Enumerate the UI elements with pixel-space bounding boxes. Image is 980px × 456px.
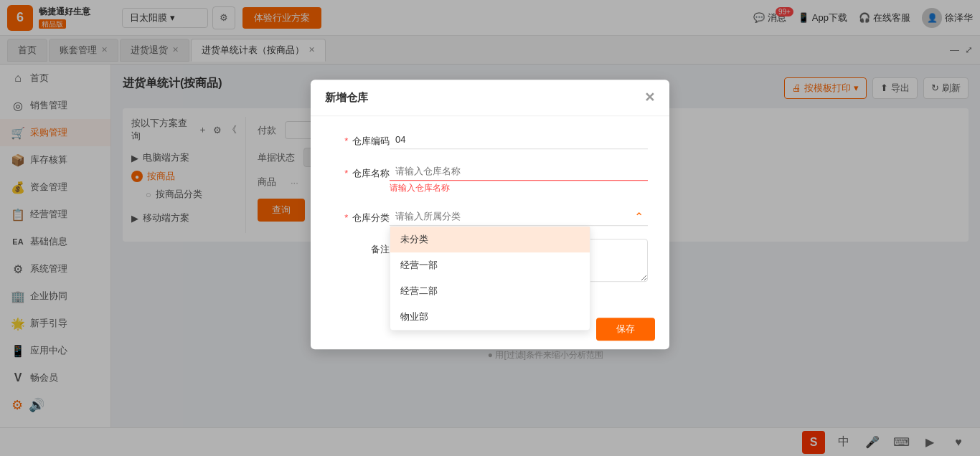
new-warehouse-modal: 新增仓库 ✕ * 仓库编码 * 仓库名称 请输入仓库名称 [311,80,669,349]
save-button[interactable]: 保存 [596,318,655,341]
category-label: * 仓库分类 [332,207,390,224]
dropdown-option-1[interactable]: 经营一部 [390,252,590,278]
category-dropdown-list: 未分类 经营一部 经营二部 物业部 [390,226,590,331]
category-label-text: 仓库分类 [352,212,390,223]
code-label: * 仓库编码 [332,130,390,148]
dropdown-option-3[interactable]: 物业部 [390,304,590,330]
dropdown-option-2[interactable]: 经营二部 [390,278,590,304]
name-label: * 仓库名称 [332,163,390,180]
form-row-code: * 仓库编码 [332,130,648,149]
modal-body: * 仓库编码 * 仓库名称 请输入仓库名称 * 仓库分类 [311,116,669,309]
dropdown-option-0[interactable]: 未分类 [390,227,590,252]
name-label-text: 仓库名称 [352,168,390,179]
modal-close-button[interactable]: ✕ [644,90,655,105]
code-input[interactable] [390,130,648,149]
chevron-up-icon[interactable]: ⌃ [634,210,644,224]
required-star-name: * [344,168,348,179]
required-star-category: * [344,212,348,223]
modal-title: 新增仓库 [325,91,368,105]
name-error-message: 请输入仓库名称 [390,183,450,193]
category-dropdown-wrap: ⌃ 未分类 经营一部 经营二部 物业部 [390,207,648,226]
name-input[interactable] [390,162,648,181]
modal-header: 新增仓库 ✕ [311,80,669,116]
category-input[interactable] [390,207,648,226]
form-row-category: * 仓库分类 ⌃ 未分类 经营一部 经营二部 物业部 [332,207,648,226]
remark-label: 备注 [332,239,390,256]
remark-label-text: 备注 [371,244,390,255]
required-star-code: * [344,136,348,146]
form-row-name: * 仓库名称 请输入仓库名称 [332,162,648,194]
code-label-text: 仓库编码 [352,136,390,146]
